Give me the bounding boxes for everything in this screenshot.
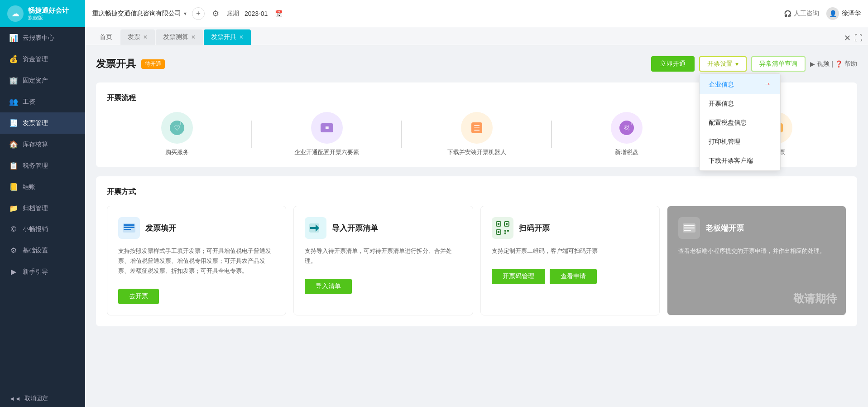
method-icon-import (305, 217, 326, 239)
tab-fapiaocesuan-label: 发票测算 (163, 33, 188, 41)
sidebar-item-jichushezhi[interactable]: ⚙ 基础设置 (0, 240, 85, 261)
logo-icon: ☁ (7, 5, 24, 22)
svg-rect-20 (498, 223, 499, 225)
tab-fapiaokaiju-label: 发票开具 (211, 33, 236, 41)
user-avatar: 👤 (826, 7, 839, 20)
dropdown-item-label: 企业信息 (709, 81, 734, 88)
logo-sub: 旗舰版 (28, 15, 69, 21)
dropdown-item-label: 配置税盘信息 (709, 119, 747, 126)
gudingzichan-icon: 🏢 (9, 76, 18, 85)
activate-button[interactable]: 立即开通 (651, 56, 695, 72)
tab-fapiaokaiju-close[interactable]: ✕ (239, 34, 244, 40)
content-area: 发票开具 待开通 立即开通 开票设置 ▾ 企业信息 (85, 45, 868, 407)
svg-text:+: + (629, 120, 633, 126)
method-desc-boss: 查看老板端小程序提交的开票申请，并作出相应的处理。 (678, 246, 835, 256)
jichushezhi-icon: ⚙ (9, 246, 18, 255)
add-company-button[interactable]: ＋ (192, 7, 205, 20)
dropdown-item-yinshua[interactable]: 打印机管理 (700, 132, 780, 151)
dropdown-item-xiazai[interactable]: 下载开票客户端 (700, 151, 780, 170)
sidebar-item-jiezhang[interactable]: 📒 结账 (0, 176, 85, 198)
sidebar-item-fapiao[interactable]: 🧾 发票管理 (0, 112, 85, 134)
tabbar: 首页 发票 ✕ 发票测算 ✕ 发票开具 ✕ ✕ ⛶ (85, 27, 868, 45)
video-button[interactable]: ▶ 视频 | ❓ 帮助 (810, 60, 857, 68)
method-card-fill: 发票填开 支持按照发票样式手工填开发票；可开具增值税电子普通发票、增值税普通发票… (107, 206, 286, 315)
sidebar-item-label: 固定资产 (23, 77, 48, 85)
tab-fapiaokaiju[interactable]: 发票开具 ✕ (204, 29, 251, 45)
tab-fapiaocesuan-close[interactable]: ✕ (191, 34, 196, 40)
sidebar-item-xiaochang[interactable]: © 小畅报销 (0, 219, 85, 240)
topbar: 重庆畅捷交通信息咨询有限公司 ▾ ＋ ⚙ 账期 2023-01 📅 🎧 人工咨询… (85, 0, 868, 27)
svg-rect-27 (684, 225, 695, 226)
methods-section: 开票方式 发票填开 支持按照发票样式手工填开发票；可开具增值税电子普通发票、增值… (96, 176, 857, 326)
tab-fapiao-close[interactable]: ✕ (143, 34, 148, 40)
tab-fapiaocesuan[interactable]: 发票测算 ✕ (156, 29, 203, 45)
flow-step-label-4: 新增税盘 (615, 148, 638, 156)
dropdown-item-label: 打印机管理 (709, 138, 740, 145)
sidebar-item-yunbaobiao[interactable]: 📊 云报表中心 (0, 27, 85, 48)
flow-step-label-3: 下载并安装开票机器人 (447, 148, 506, 156)
svg-rect-15 (124, 229, 131, 230)
sidebar-item-label: 新手引导 (23, 268, 48, 276)
tab-close-all-button[interactable]: ✕ (844, 33, 851, 43)
overlay-text: 敬请期待 (793, 291, 837, 306)
user-menu[interactable]: 👤 徐泽华 (826, 7, 861, 20)
method-btn-scan-apply[interactable]: 查看申请 (550, 269, 597, 284)
company-selector[interactable]: 重庆畅捷交通信息咨询有限公司 ▾ (92, 10, 187, 18)
method-title-import: 导入开票清单 (332, 223, 378, 233)
flow-step-icon-1: ♡+ (161, 112, 193, 144)
sidebar-item-label: 资金管理 (23, 55, 48, 63)
method-title-boss: 老板端开票 (705, 223, 744, 233)
tab-home-label: 首页 (100, 33, 112, 41)
sidebar-item-zijin[interactable]: 💰 资金管理 (0, 48, 85, 70)
method-btn-import[interactable]: 导入清单 (305, 279, 352, 294)
yunbaobiao-icon: 📊 (9, 34, 18, 42)
sidebar-item-kucun[interactable]: 🏠 库存核算 (0, 134, 85, 155)
main-area: 重庆畅捷交通信息咨询有限公司 ▾ ＋ ⚙ 账期 2023-01 📅 🎧 人工咨询… (85, 0, 868, 407)
sidebar-item-gudingzichan[interactable]: 🏢 固定资产 (0, 70, 85, 91)
page-title: 发票开具 (96, 57, 136, 71)
dropdown-item-peizhi[interactable]: 配置税盘信息 (700, 113, 780, 132)
method-desc-fill: 支持按照发票样式手工填开发票；可开具增值税电子普通发票、增值税普通发票、增值税专… (118, 246, 275, 276)
settings-icon[interactable]: ⚙ (212, 9, 219, 19)
method-title-fill: 发票填开 (145, 223, 176, 233)
method-title-scan: 扫码开票 (519, 223, 550, 233)
method-btn-fill[interactable]: 去开票 (118, 289, 159, 304)
tab-expand-button[interactable]: ⛶ (854, 34, 863, 43)
sidebar-item-shuiwu[interactable]: 📋 税务管理 (0, 155, 85, 176)
flow-step-1: ♡+ 购买服务 (107, 112, 247, 156)
settings-dropdown-container: 开票设置 ▾ 企业信息 → 开票信息 (699, 56, 747, 72)
shuiwu-icon: 📋 (9, 161, 18, 170)
sidebar-item-xinshouyindao[interactable]: ▶ 新手引导 (0, 261, 85, 282)
sidebar-pin-toggle[interactable]: ◄◄ 取消固定 (0, 390, 85, 407)
red-arrow-icon: → (763, 79, 771, 88)
method-desc-import: 支持导入待开票清单，可对待开票清单进行拆分、合并处理。 (305, 246, 461, 266)
method-card-scan: 扫码开票 支持定制开票二维码，客户端可扫码开票 开票码管理 查看申请 (480, 206, 660, 315)
method-card-boss: 老板端开票 查看老板端小程序提交的开票申请，并作出相应的处理。 敬请期待 (667, 206, 846, 315)
method-btn-scan-manage[interactable]: 开票码管理 (492, 269, 545, 284)
sidebar-item-guidang[interactable]: 📁 归档管理 (0, 198, 85, 219)
calendar-icon[interactable]: 📅 (275, 10, 283, 17)
svg-rect-21 (506, 223, 508, 225)
sidebar: ☁ 畅捷通好会计 旗舰版 📊 云报表中心 💰 资金管理 🏢 固定资产 👥 工资 (0, 0, 85, 407)
question-icon: ❓ (835, 60, 843, 68)
tab-fapiao[interactable]: 发票 ✕ (120, 29, 155, 45)
pin-label: 取消固定 (24, 394, 48, 402)
sidebar-item-label: 库存核算 (23, 141, 48, 149)
sidebar-item-label: 归档管理 (23, 204, 48, 213)
dropdown-item-kaipiainfo[interactable]: 开票信息 (700, 94, 780, 113)
sidebar-item-gongzi[interactable]: 👥 工资 (0, 91, 85, 112)
svg-rect-29 (684, 230, 691, 231)
svg-rect-23 (504, 230, 506, 232)
tab-fapiao-label: 发票 (128, 33, 140, 41)
user-name: 徐泽华 (842, 10, 861, 18)
settings-button[interactable]: 开票设置 ▾ (699, 56, 747, 72)
logo-text: 畅捷通好会计 (28, 6, 69, 15)
human-help-button[interactable]: 🎧 人工咨询 (784, 10, 819, 18)
svg-text:+: + (179, 120, 182, 126)
page-header: 发票开具 待开通 立即开通 开票设置 ▾ 企业信息 (96, 56, 857, 72)
tab-home[interactable]: 首页 (92, 29, 120, 45)
exception-list-button[interactable]: 异常清单查询 (751, 56, 806, 72)
status-badge: 待开通 (141, 59, 165, 69)
sidebar-item-label: 税务管理 (23, 162, 48, 170)
dropdown-item-qiyeinfo[interactable]: 企业信息 → (700, 74, 780, 94)
